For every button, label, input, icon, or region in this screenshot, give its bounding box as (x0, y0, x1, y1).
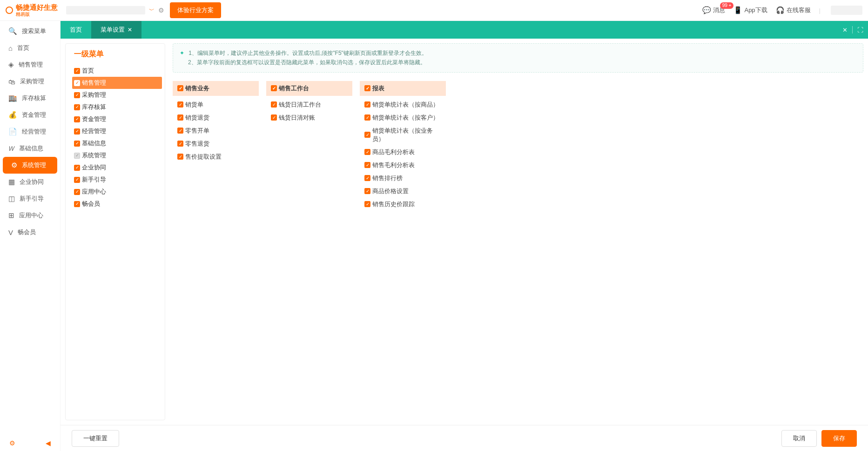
column-item[interactable]: 钱货日清工作台 (271, 101, 348, 109)
sidebar-item-1[interactable]: ⌂ 首页 (0, 40, 60, 56)
column-item[interactable]: 销售排行榜 (364, 174, 441, 182)
level1-item-8[interactable]: 企业协同 (72, 162, 165, 174)
level1-item-1[interactable]: 销售管理 (72, 77, 162, 89)
try-industry-button[interactable]: 体验行业方案 (170, 2, 221, 18)
column-item[interactable]: 商品毛利分析表 (364, 148, 441, 156)
checkbox-icon[interactable] (74, 189, 80, 195)
column-head-label: 报表 (372, 84, 384, 93)
checkbox-icon[interactable] (177, 101, 183, 108)
column-item[interactable]: 零售退货 (177, 140, 254, 148)
checkbox-icon[interactable] (74, 116, 80, 122)
close-icon[interactable]: ✕ (128, 27, 132, 33)
reset-button[interactable]: 一键重置 (72, 430, 119, 447)
online-service-link[interactable]: 🎧 在线客服 (776, 6, 811, 14)
column-item[interactable]: 销货单统计表（按商品） (364, 101, 441, 109)
level1-item-2[interactable]: 采购管理 (72, 89, 165, 101)
column-item[interactable]: 售价提取设置 (177, 153, 254, 161)
checkbox-icon[interactable] (74, 104, 80, 110)
column-item[interactable]: 销货单 (177, 101, 254, 109)
sidebar-item-10[interactable]: ◫ 新手引导 (0, 190, 60, 207)
tab-home[interactable]: 首页 (61, 21, 91, 39)
sidebar-item-3[interactable]: 🛍 采购管理 (0, 73, 60, 90)
column-item[interactable]: 零售开单 (177, 127, 254, 135)
sidebar-item-icon: ⌂ (8, 44, 13, 52)
messages-link[interactable]: 💬 消息 99 + (702, 6, 725, 14)
sidebar-item-7[interactable]: 𝘞 基础信息 (0, 140, 60, 157)
checkbox-icon[interactable] (74, 128, 80, 135)
checkbox-icon[interactable] (177, 128, 183, 134)
level1-item-3[interactable]: 库存核算 (72, 101, 165, 113)
close-all-icon[interactable]: ✕ (842, 27, 848, 34)
level1-item-7[interactable]: 系统管理 (72, 149, 165, 162)
column-item[interactable]: 销货退货 (177, 114, 254, 122)
column-item[interactable]: 钱货日清对账 (271, 114, 348, 122)
checkbox-icon[interactable] (74, 80, 80, 86)
sidebar-item-2[interactable]: ◈ 销售管理 (0, 56, 60, 73)
checkbox-icon[interactable] (74, 165, 80, 171)
checkbox-icon[interactable] (364, 114, 370, 121)
column-item[interactable]: 商品价格设置 (364, 187, 441, 195)
checkbox-icon[interactable] (364, 132, 370, 138)
level1-item-label: 库存核算 (82, 103, 106, 111)
level1-item-0[interactable]: 首页 (72, 65, 165, 77)
checkbox-icon[interactable] (364, 85, 370, 91)
checkbox-icon[interactable] (364, 201, 370, 207)
tenant-select[interactable]: ﹀ (66, 6, 155, 14)
checkbox-icon[interactable] (177, 114, 183, 121)
checkbox-icon[interactable] (271, 85, 277, 91)
sidebar-item-4[interactable]: 🏬 库存核算 (0, 90, 60, 107)
sidebar-item-8[interactable]: ⚙ 系统管理 (3, 157, 57, 174)
level1-item-11[interactable]: 畅会员 (72, 198, 165, 210)
checkbox-icon[interactable] (271, 114, 277, 121)
column-head[interactable]: 销售工作台 (266, 81, 352, 96)
checkbox-icon[interactable] (177, 85, 183, 91)
save-button[interactable]: 保存 (821, 430, 857, 447)
sidebar-item-6[interactable]: 📄 经营管理 (0, 123, 60, 140)
topbar-right: 💬 消息 99 + 📱 App下载 🎧 在线客服 | (702, 6, 862, 15)
brand: 畅捷通好生意 精易版 (6, 3, 61, 18)
checkbox-icon[interactable] (364, 162, 370, 168)
checkbox-icon[interactable] (177, 141, 183, 147)
brand-sub: 精易版 (16, 11, 58, 18)
settings-icon[interactable]: ⚙ (9, 439, 15, 447)
column-head-label: 销售工作台 (279, 84, 309, 93)
level1-item-9[interactable]: 新手引导 (72, 174, 165, 186)
sidebar-item-label: 库存核算 (22, 94, 46, 102)
checkbox-icon[interactable] (271, 101, 277, 108)
app-download-link[interactable]: 📱 App下载 (733, 6, 767, 14)
column-head[interactable]: 销售业务 (173, 81, 259, 96)
gear-icon[interactable]: ⚙ (158, 7, 164, 14)
level1-item-6[interactable]: 基础信息 (72, 137, 165, 149)
cancel-button[interactable]: 取消 (781, 430, 817, 447)
level1-item-10[interactable]: 应用中心 (72, 186, 165, 198)
checkbox-icon[interactable] (74, 68, 80, 74)
checkbox-icon[interactable] (74, 153, 80, 159)
checkbox-icon[interactable] (364, 101, 370, 108)
column-head[interactable]: 报表 (360, 81, 446, 96)
sidebar-item-0[interactable]: 🔍 搜索菜单 (0, 23, 60, 40)
checkbox-icon[interactable] (177, 154, 183, 160)
checkbox-icon[interactable] (74, 201, 80, 207)
level1-item-4[interactable]: 资金管理 (72, 113, 165, 125)
column-body: 销货单统计表（按商品） 销货单统计表（按客户） 销货单统计表（按业务员） 商品毛… (360, 96, 446, 218)
column-item[interactable]: 销货单统计表（按客户） (364, 114, 441, 122)
checkbox-icon[interactable] (74, 177, 80, 183)
sidebar-item-12[interactable]: V 畅会员 (0, 224, 60, 241)
level1-item-5[interactable]: 经营管理 (72, 125, 165, 137)
sidebar-item-5[interactable]: 💰 资金管理 (0, 107, 60, 123)
checkbox-icon[interactable] (74, 141, 80, 147)
fullscreen-icon[interactable]: ⛶ (857, 27, 863, 34)
checkbox-icon[interactable] (364, 188, 370, 194)
checkbox-icon[interactable] (74, 92, 80, 98)
checkbox-icon[interactable] (364, 175, 370, 181)
collapse-icon[interactable]: ◀ (46, 439, 51, 447)
column-item[interactable]: 销售毛利分析表 (364, 161, 441, 169)
column-item[interactable]: 销售历史价跟踪 (364, 200, 441, 209)
tab-menu-settings[interactable]: 菜单设置 ✕ (91, 21, 141, 39)
sidebar-item-11[interactable]: ⊞ 应用中心 (0, 207, 60, 224)
sidebar-item-9[interactable]: ▦ 企业协同 (0, 174, 60, 190)
checkbox-icon[interactable] (364, 149, 370, 155)
sidebar-item-icon: ▦ (8, 178, 15, 186)
column-item[interactable]: 销货单统计表（按业务员） (364, 127, 441, 143)
user-avatar[interactable] (831, 6, 862, 15)
